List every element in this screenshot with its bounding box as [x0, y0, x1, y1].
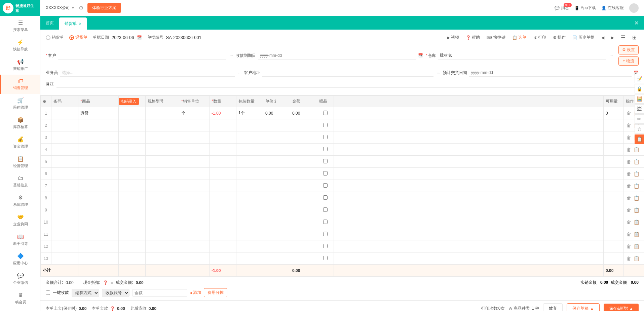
- row-price[interactable]: [263, 228, 290, 240]
- row-spec[interactable]: [146, 252, 179, 265]
- nav-right-btn[interactable]: ▶: [609, 34, 616, 41]
- fee-btn[interactable]: 费用分摊: [204, 288, 227, 297]
- delete-row-btn[interactable]: 🗑: [627, 111, 631, 116]
- row-pack-qty[interactable]: [236, 168, 263, 180]
- row-amount[interactable]: [290, 192, 317, 204]
- salesman-input[interactable]: [60, 69, 235, 77]
- sidebar-item-inventory[interactable]: 📦 库存核算: [0, 113, 40, 133]
- tab-sales-order[interactable]: 销货单 ✕: [59, 17, 87, 30]
- row-barcode[interactable]: [51, 216, 78, 228]
- row-qty[interactable]: [210, 144, 236, 156]
- message-btn[interactable]: 💬 消息 99+: [555, 5, 569, 11]
- row-unit[interactable]: [179, 252, 210, 265]
- customer-addr-input[interactable]: [262, 69, 433, 77]
- row-price[interactable]: [263, 192, 290, 204]
- sidebar-item-finance[interactable]: 💰 资金管理: [0, 133, 40, 152]
- row-gift[interactable]: [317, 192, 334, 204]
- delete-row-btn[interactable]: 🗑: [627, 207, 631, 213]
- row-amount[interactable]: [290, 144, 317, 156]
- row-gift[interactable]: [317, 119, 334, 131]
- app-download-btn[interactable]: 📱 App下载: [574, 5, 596, 11]
- row-product[interactable]: 拆货: [78, 107, 119, 119]
- row-spec[interactable]: [146, 144, 179, 156]
- row-pack-qty[interactable]: [236, 131, 263, 144]
- row-unit[interactable]: [179, 228, 210, 240]
- row-unit[interactable]: [179, 216, 210, 228]
- amount-input[interactable]: [132, 289, 187, 297]
- row-gift[interactable]: [317, 240, 334, 252]
- sidebar-item-collab[interactable]: 🤝 企业协同: [0, 210, 40, 230]
- one-click-checkbox[interactable]: [46, 290, 50, 295]
- row-product[interactable]: [78, 131, 119, 144]
- row-price[interactable]: [263, 216, 290, 228]
- warehouse-input[interactable]: [438, 52, 606, 60]
- sale-bill-radio[interactable]: 销货单: [46, 35, 64, 40]
- copy-row-btn[interactable]: 📋: [634, 232, 639, 237]
- row-qty[interactable]: [210, 180, 236, 192]
- side-star-btn[interactable]: ☆: [635, 124, 644, 134]
- row-gift[interactable]: [317, 216, 334, 228]
- row-price[interactable]: [263, 168, 290, 180]
- copy-row-btn[interactable]: 📋: [634, 183, 639, 189]
- row-spec[interactable]: [146, 192, 179, 204]
- tab-close-icon[interactable]: ✕: [79, 22, 81, 26]
- row-unit[interactable]: [179, 119, 210, 131]
- row-amount[interactable]: [290, 240, 317, 252]
- row-unit[interactable]: [179, 168, 210, 180]
- tab-home[interactable]: 首页: [40, 16, 59, 30]
- row-spec[interactable]: [146, 131, 179, 144]
- row-unit[interactable]: [179, 180, 210, 192]
- row-unit[interactable]: [179, 192, 210, 204]
- customer-dots[interactable]: ···: [230, 53, 233, 58]
- discard-btn[interactable]: 放弃: [543, 303, 563, 311]
- operation-btn[interactable]: ⚙ 操作: [551, 34, 568, 41]
- sidebar-item-wechat[interactable]: 💬 企业微信: [0, 269, 40, 288]
- row-spec[interactable]: [146, 156, 179, 168]
- side-note-btn[interactable]: 📝: [635, 74, 644, 83]
- row-pack-qty[interactable]: [236, 252, 263, 265]
- row-barcode[interactable]: [51, 180, 78, 192]
- row-gift[interactable]: [317, 168, 334, 180]
- delete-row-btn[interactable]: 🗑: [627, 220, 631, 225]
- row-qty[interactable]: [210, 204, 236, 216]
- row-product[interactable]: [78, 180, 119, 192]
- row-pack-qty[interactable]: [236, 144, 263, 156]
- row-pack-qty[interactable]: [236, 228, 263, 240]
- copy-row-btn[interactable]: 📋: [634, 220, 639, 225]
- company-selector[interactable]: XXXXXX公司 ▼: [46, 5, 75, 11]
- shortcut-btn[interactable]: ⌨ 快捷键: [485, 34, 507, 41]
- side-calc-btn[interactable]: 🧮: [635, 94, 644, 104]
- row-pack-qty[interactable]: [236, 180, 263, 192]
- delete-row-btn[interactable]: 🗑: [627, 171, 631, 177]
- sidebar-item-sales[interactable]: 🏷 销售管理: [0, 75, 40, 94]
- side-lock-btn[interactable]: 🔒: [635, 84, 644, 93]
- row-amount[interactable]: [290, 119, 317, 131]
- row-spec[interactable]: [146, 119, 179, 131]
- row-amount[interactable]: [290, 228, 317, 240]
- grid-view-btn[interactable]: ⊞: [630, 34, 639, 41]
- row-unit[interactable]: [179, 240, 210, 252]
- row-product[interactable]: [78, 204, 119, 216]
- video-btn[interactable]: ▶ 视频: [445, 34, 461, 41]
- row-qty[interactable]: [210, 156, 236, 168]
- row-unit[interactable]: [179, 131, 210, 144]
- add-btn[interactable]: ● 添加: [190, 290, 201, 296]
- row-barcode[interactable]: [51, 156, 78, 168]
- sidebar-item-search[interactable]: ☰ 搜索菜单: [0, 16, 40, 36]
- delete-row-btn[interactable]: 🗑: [627, 232, 631, 237]
- row-pack-qty[interactable]: 1个: [236, 107, 263, 119]
- row-barcode[interactable]: [51, 107, 78, 119]
- save-new-btn[interactable]: 保存&新增 ▲: [604, 304, 639, 311]
- copy-row-btn[interactable]: 📋: [634, 207, 639, 213]
- row-price[interactable]: 0.00: [263, 107, 290, 119]
- row-gift[interactable]: [317, 144, 334, 156]
- table-container[interactable]: ⚙ 条码 *商品 扫码录入 规格型号 *销售单位 *数量 包装数量 单价 ℹ 金…: [40, 95, 644, 277]
- sidebar-item-quick[interactable]: ⚡ 快捷导航: [0, 36, 40, 55]
- delete-row-btn[interactable]: 🗑: [627, 244, 631, 249]
- row-spec[interactable]: [146, 204, 179, 216]
- row-barcode[interactable]: [51, 228, 78, 240]
- row-barcode[interactable]: [51, 168, 78, 180]
- row-unit[interactable]: 个: [179, 107, 210, 119]
- row-qty[interactable]: [210, 252, 236, 265]
- row-qty[interactable]: [210, 228, 236, 240]
